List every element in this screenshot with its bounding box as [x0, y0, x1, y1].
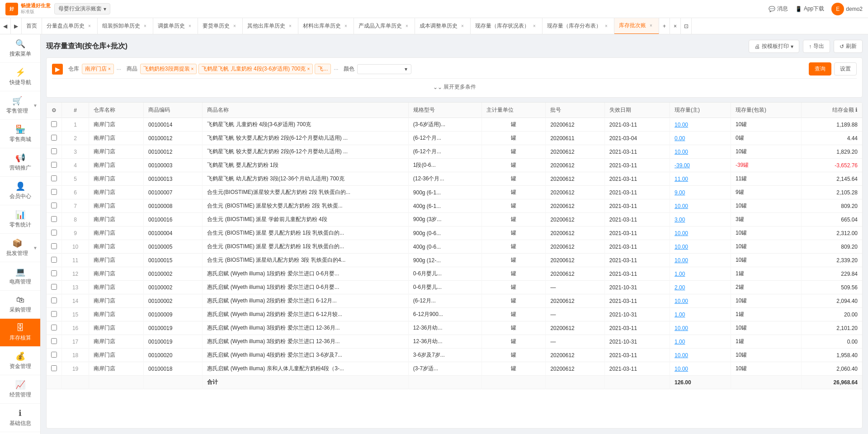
sidebar-item-inventory[interactable]: 🗄 库存核算: [0, 319, 40, 347]
tab-close-inventory-status[interactable]: ×: [531, 23, 538, 29]
tab-other-out[interactable]: 其他出库单历史 ×: [243, 18, 298, 34]
row-checkbox[interactable]: [47, 172, 62, 186]
sidebar-item-search[interactable]: 🔍 搜索菜单: [0, 34, 40, 63]
sidebar-item-marketing[interactable]: 📢 营销推广: [0, 148, 40, 177]
tab-close-inventory-dist[interactable]: ×: [603, 23, 609, 29]
tab-inventory-dist[interactable]: 现存量（库存分布表） ×: [542, 18, 614, 34]
row-checkbox[interactable]: [47, 294, 62, 308]
tab-blending[interactable]: 调拨单历史 ×: [153, 18, 198, 34]
sidebar-item-shortcut[interactable]: ⚡ 快捷导航: [0, 63, 40, 91]
sidebar-item-retail[interactable]: 🛒 零售管理 ▼: [0, 91, 40, 120]
warehouse-tag-close[interactable]: ×: [108, 66, 111, 71]
th-settings[interactable]: ⚙: [47, 103, 62, 118]
refresh-button[interactable]: ↺ 刷新: [834, 40, 863, 53]
tab-home[interactable]: 首页: [22, 18, 42, 34]
org-selector[interactable]: 母婴行业演示账套 ▾: [54, 3, 110, 14]
color-select-button[interactable]: ▾: [357, 64, 411, 74]
query-button[interactable]: 查询: [809, 62, 831, 75]
row-checkbox[interactable]: [47, 335, 62, 349]
tab-disassemble[interactable]: 组装拆卸单历史 ×: [98, 18, 153, 34]
row-checkbox[interactable]: [47, 362, 62, 376]
sidebar-item-retail-stat[interactable]: 📊 零售统计: [0, 205, 40, 234]
row-stock-main[interactable]: 10.00: [670, 240, 731, 254]
row-checkbox[interactable]: [47, 267, 62, 281]
product-tag-2-close[interactable]: ×: [307, 66, 310, 71]
tab-inventory-status[interactable]: 现存量（库存状况表） ×: [471, 18, 542, 34]
sidebar-item-purchase[interactable]: 🛍 采购管理: [0, 291, 40, 319]
row-stock-main[interactable]: 10.00: [670, 294, 731, 308]
tab-close-batch-voucher[interactable]: ×: [648, 23, 654, 29]
row-stock-main[interactable]: 10.00: [670, 226, 731, 240]
sidebar-item-basics[interactable]: ℹ 基础信息: [0, 404, 40, 432]
row-checkbox[interactable]: [47, 240, 62, 254]
export-button[interactable]: ↑ 导出: [803, 40, 830, 53]
row-stock-main[interactable]: 9.00: [670, 186, 731, 199]
tab-close-all[interactable]: ×: [670, 18, 681, 34]
row-checkbox[interactable]: [47, 145, 62, 159]
settings-button[interactable]: 设置: [834, 62, 857, 75]
row-stock-main[interactable]: 10.00: [670, 362, 731, 376]
sidebar-item-wholesale[interactable]: 📦 批发管理 ▼: [0, 234, 40, 262]
row-checkbox[interactable]: [47, 199, 62, 213]
filter-toggle-button[interactable]: ▶: [52, 64, 63, 75]
row-stock-main[interactable]: 2.00: [670, 281, 731, 294]
product-more-button[interactable]: ···: [334, 66, 338, 72]
tab-requisition[interactable]: 要货单历史 ×: [198, 18, 243, 34]
row-stock-main[interactable]: 10.00: [670, 199, 731, 213]
row-stock-main[interactable]: 11.00: [670, 172, 731, 186]
sidebar-item-retail-shop[interactable]: 🏪 零售商城: [0, 120, 40, 148]
row-checkbox[interactable]: [47, 254, 62, 267]
sidebar-item-member[interactable]: 👤 会员中心: [0, 177, 40, 205]
tab-batch-voucher[interactable]: 库存批次账 ×: [614, 18, 659, 34]
tab-close-requisition[interactable]: ×: [231, 23, 238, 29]
tab-close-cost-adjust[interactable]: ×: [459, 23, 466, 29]
row-checkbox[interactable]: [47, 132, 62, 145]
tab-cost-adjust[interactable]: 成本调整单历史 ×: [415, 18, 471, 34]
user-menu[interactable]: E demo2: [831, 3, 863, 15]
tab-close-partial-inventory[interactable]: ×: [86, 23, 93, 29]
row-stock-main[interactable]: 0.00: [670, 132, 731, 145]
tab-material-out[interactable]: 材料出库单历史 ×: [298, 18, 354, 34]
tab-restore[interactable]: ⊡: [681, 18, 692, 34]
template-print-button[interactable]: 🖨 按模板打印 ▾: [749, 40, 799, 53]
row-stock-main[interactable]: 10.00: [670, 321, 731, 335]
sidebar-item-finance[interactable]: 💰 资金管理: [0, 347, 40, 375]
row-checkbox[interactable]: [47, 186, 62, 199]
table-container[interactable]: ⚙ # 仓库名称 商品编码 商品名称 规格型号 主计量单位 批号 失效日期 现存…: [47, 103, 862, 428]
tab-scroll-left[interactable]: ◀: [0, 18, 11, 34]
row-checkbox[interactable]: [47, 308, 62, 321]
row-stock-main[interactable]: 3.00: [670, 213, 731, 226]
tab-partial-inventory[interactable]: 分量盘点单历史 ×: [42, 18, 98, 34]
expand-btn[interactable]: ⌄⌄ 展开更多条件: [429, 81, 480, 93]
tab-product-in[interactable]: 产成品入库单历史 ×: [354, 18, 415, 34]
tab-close-product-in[interactable]: ×: [404, 23, 410, 29]
row-stock-main[interactable]: 1.00: [670, 308, 731, 321]
sidebar-item-system[interactable]: ⚙ 系统管理: [0, 432, 40, 434]
row-checkbox[interactable]: [47, 159, 62, 172]
product-tag-1-close[interactable]: ×: [191, 66, 194, 71]
message-button[interactable]: 💬 消息: [769, 5, 788, 13]
tab-close-material-out[interactable]: ×: [343, 23, 349, 29]
row-checkbox[interactable]: [47, 281, 62, 294]
sidebar-item-operations[interactable]: 📈 经营管理: [0, 375, 40, 404]
warehouse-more-button[interactable]: ···: [117, 66, 121, 72]
row-checkbox[interactable]: [47, 349, 62, 362]
row-stock-main[interactable]: 1.00: [670, 267, 731, 281]
row-checkbox[interactable]: [47, 321, 62, 335]
product-tag-more[interactable]: 飞...: [315, 64, 331, 74]
row-checkbox[interactable]: [47, 118, 62, 132]
row-checkbox[interactable]: [47, 226, 62, 240]
tab-scroll-right[interactable]: ▶: [11, 18, 22, 34]
tab-close-disassemble[interactable]: ×: [142, 23, 148, 29]
app-download-button[interactable]: 📱 App下载: [795, 5, 824, 13]
tab-close-other-out[interactable]: ×: [287, 23, 293, 29]
row-stock-main[interactable]: 10.00: [670, 145, 731, 159]
row-stock-main[interactable]: 1.00: [670, 335, 731, 349]
row-checkbox[interactable]: [47, 213, 62, 226]
row-stock-main[interactable]: 10.00: [670, 349, 731, 362]
row-stock-main[interactable]: 10.00: [670, 254, 731, 267]
tab-close-blending[interactable]: ×: [187, 23, 193, 29]
row-stock-main[interactable]: -39.00: [670, 159, 731, 172]
row-stock-main[interactable]: 10.00: [670, 118, 731, 132]
sidebar-item-ecommerce[interactable]: 💻 电商管理: [0, 262, 40, 291]
